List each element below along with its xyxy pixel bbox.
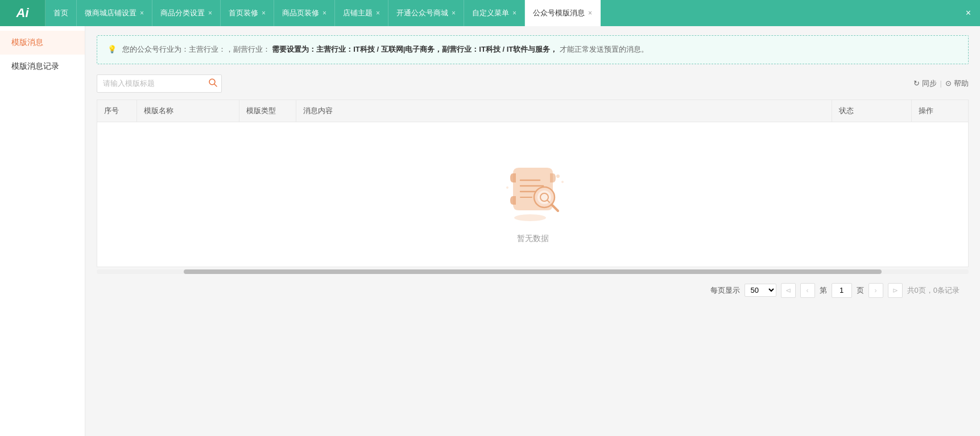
search-input-wrap: [97, 74, 222, 93]
help-label: 帮助: [954, 78, 969, 89]
empty-illustration: [499, 156, 567, 225]
nav-tab-custom-menu[interactable]: 自定义菜单 ×: [464, 0, 525, 26]
search-bar: ↻ 同步 | ⊙ 帮助: [97, 74, 969, 93]
col-header-content: 消息内容: [296, 99, 832, 122]
last-page-button[interactable]: ⊳: [888, 283, 903, 298]
notice-icon: 💡: [107, 45, 117, 53]
close-open-mall[interactable]: ×: [452, 9, 456, 17]
nav-tab-category-label: 商品分类设置: [160, 8, 205, 18]
last-page-icon: ⊳: [892, 286, 898, 294]
col-header-action: 操作: [912, 99, 969, 122]
sync-icon: ↻: [913, 79, 920, 88]
svg-point-13: [561, 181, 564, 183]
first-page-icon: ⊲: [785, 286, 791, 294]
sync-label: 同步: [922, 78, 937, 89]
nav-tab-product-decoration-label: 商品页装修: [282, 8, 319, 18]
next-page-icon: ›: [875, 286, 877, 294]
content-area: 💡 您的公众号行业为：主营行业：，副营行业： 需要设置为：主营行业：IT科技 /…: [85, 26, 980, 436]
help-button[interactable]: ⊙ 帮助: [945, 78, 969, 89]
nav-tab-template-msg-label: 公众号模版消息: [533, 8, 585, 18]
page-size-select[interactable]: 50 10 20 100: [745, 284, 776, 297]
col-header-status: 状态: [832, 99, 912, 122]
close-shop-theme[interactable]: ×: [376, 9, 380, 17]
nav-tab-shop-settings-label: 微商城店铺设置: [85, 8, 137, 18]
col-header-seq: 序号: [97, 99, 137, 122]
sidebar-item-template-message[interactable]: 模版消息: [0, 31, 85, 55]
empty-state: 暂无数据: [97, 122, 968, 267]
svg-point-14: [506, 186, 508, 189]
notice-highlight: 需要设置为：主营行业：IT科技 / 互联网|电子商务，副营行业：IT科技 / I…: [272, 45, 557, 53]
notice-box: 💡 您的公众号行业为：主营行业：，副营行业： 需要设置为：主营行业：IT科技 /…: [97, 35, 969, 64]
nav-tab-custom-menu-label: 自定义菜单: [472, 8, 509, 18]
nav-tab-category-settings[interactable]: 商品分类设置 ×: [152, 0, 221, 26]
close-category-settings[interactable]: ×: [208, 9, 212, 17]
search-icon: [209, 78, 217, 87]
sidebar: 模版消息 模版消息记录: [0, 26, 85, 436]
nav-tab-home-decoration[interactable]: 首页装修 ×: [221, 0, 274, 26]
search-input[interactable]: [97, 74, 222, 93]
nav-tab-shop-theme-label: 店铺主题: [343, 8, 373, 18]
prev-page-icon: ‹: [807, 286, 809, 294]
top-navigation: Ai 首页 微商城店铺设置 × 商品分类设置 × 首页装修 × 商品页装修 × …: [0, 0, 980, 26]
svg-point-12: [556, 175, 560, 178]
main-layout: 模版消息 模版消息记录 💡 您的公众号行业为：主营行业：，副营行业： 需要设置为…: [0, 26, 980, 436]
nav-tab-home[interactable]: 首页: [46, 0, 77, 26]
empty-state-row: 暂无数据: [97, 122, 969, 267]
notice-suffix: 才能正常发送预置的消息。: [560, 45, 648, 53]
scroll-thumb: [184, 269, 881, 274]
svg-line-9: [552, 205, 558, 211]
close-template-msg[interactable]: ×: [588, 9, 592, 17]
notice-prefix: 您的公众号行业为：主营行业：，副营行业：: [122, 45, 270, 53]
nav-tab-shop-theme[interactable]: 店铺主题 ×: [335, 0, 388, 26]
close-product-decoration[interactable]: ×: [322, 9, 326, 17]
nav-tab-product-decoration[interactable]: 商品页装修 ×: [274, 0, 335, 26]
close-all-tabs[interactable]: ×: [957, 0, 980, 26]
nav-tab-shop-settings[interactable]: 微商城店铺设置 ×: [77, 0, 152, 26]
pagination: 每页显示 50 10 20 100 ⊲ ‹ 第 页 › ⊳ 共0页，0条记录: [97, 276, 969, 302]
nav-tab-open-mall[interactable]: 开通公众号商城 ×: [388, 0, 464, 26]
page-suffix: 页: [857, 285, 864, 296]
nav-tab-template-msg[interactable]: 公众号模版消息 ×: [525, 0, 601, 26]
page-number-input[interactable]: [832, 283, 852, 298]
next-page-button[interactable]: ›: [869, 283, 883, 298]
sidebar-item-template-message-record[interactable]: 模版消息记录: [0, 55, 85, 78]
svg-point-2: [514, 214, 546, 221]
toolbar-right: ↻ 同步 | ⊙ 帮助: [913, 78, 969, 89]
prev-page-button[interactable]: ‹: [800, 283, 815, 298]
table-header-row: 序号 模版名称 模版类型 消息内容 状态 操作: [97, 99, 969, 122]
empty-text: 暂无数据: [97, 234, 968, 244]
horizontal-scrollbar[interactable]: [97, 269, 969, 274]
search-button[interactable]: [209, 78, 217, 89]
nav-tab-home-label: 首页: [53, 8, 68, 18]
svg-line-1: [214, 84, 217, 86]
app-logo[interactable]: Ai: [0, 0, 46, 26]
data-table: 序号 模版名称 模版类型 消息内容 状态 操作: [97, 99, 969, 267]
first-page-button[interactable]: ⊲: [781, 283, 796, 298]
page-prefix: 第: [820, 285, 827, 296]
nav-tab-open-mall-label: 开通公众号商城: [396, 8, 448, 18]
col-header-type: 模版类型: [239, 99, 296, 122]
page-size-label: 每页显示: [710, 285, 740, 296]
close-custom-menu[interactable]: ×: [512, 9, 516, 17]
page-total: 共0页，0条记录: [907, 285, 960, 296]
col-header-name: 模版名称: [137, 99, 239, 122]
close-home-decoration[interactable]: ×: [262, 9, 266, 17]
nav-tab-home-decoration-label: 首页装修: [229, 8, 258, 18]
help-icon: ⊙: [945, 79, 952, 88]
toolbar-divider: |: [940, 79, 942, 88]
sync-button[interactable]: ↻ 同步: [913, 78, 937, 89]
close-shop-settings[interactable]: ×: [140, 9, 144, 17]
